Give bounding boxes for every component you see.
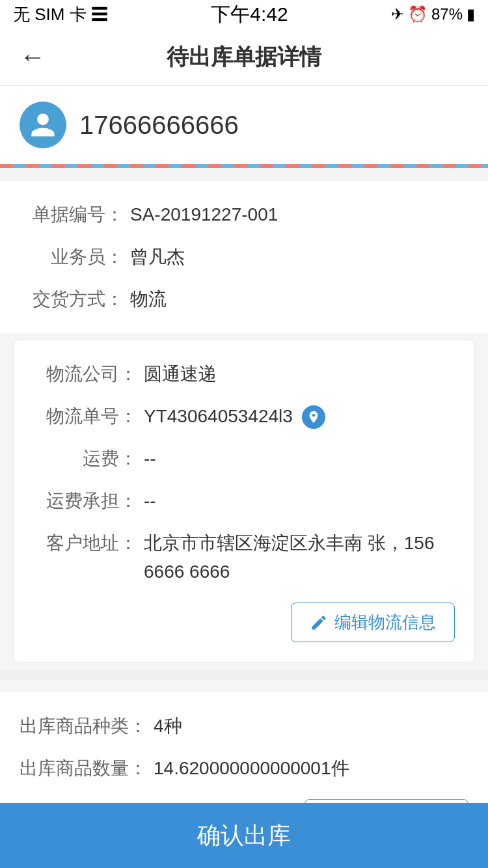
tracking-location-button[interactable] (302, 405, 325, 429)
freight-bearer-row: 运费承担： -- (33, 487, 455, 516)
battery-icon: ▮ (467, 5, 475, 23)
salesperson-label: 业务员： (20, 243, 124, 272)
section-divider (0, 669, 488, 679)
customer-phone: 17666666666 (79, 111, 239, 140)
battery-level: 87% (431, 5, 463, 23)
location-indicator: ✈ (391, 5, 404, 23)
edit-logistics-button[interactable]: 编辑物流信息 (291, 603, 455, 642)
logistics-company-label: 物流公司： (33, 360, 137, 389)
address-row: 客户地址： 北京市市辖区海淀区永丰南 张，156 6666 6666 (33, 529, 455, 588)
status-right: ✈ ⏰ 87% ▮ (391, 5, 475, 23)
salesperson-row: 业务员： 曾凡杰 (20, 243, 468, 272)
logistics-section: 物流公司： 圆通速递 物流单号： YT43064053424l3 运费： -- … (13, 340, 475, 662)
tracking-row: 物流单号： YT43064053424l3 (33, 402, 455, 431)
edit-logistics-label: 编辑物流信息 (334, 611, 436, 634)
customer-header: 17666666666 (0, 86, 488, 164)
salesperson-value: 曾凡杰 (130, 243, 468, 272)
confirm-button-label: 确认出库 (197, 820, 291, 852)
logistics-company-row: 物流公司： 圆通速递 (33, 360, 455, 389)
logistics-company-value: 圆通速递 (144, 360, 455, 389)
status-left: 无 SIM 卡 ☰ (13, 3, 108, 26)
order-number-row: 单据编号： SA-20191227-001 (20, 200, 468, 230)
dashed-separator (0, 164, 488, 168)
page-title: 待出库单据详情 (167, 42, 321, 72)
user-icon (29, 111, 57, 139)
edit-icon (310, 614, 328, 632)
nav-bar: ← 待出库单据详情 (0, 29, 488, 86)
freight-bearer-value: -- (144, 487, 455, 516)
product-quantity-value: 14.620000000000001件 (154, 754, 468, 783)
freight-row: 运费： -- (33, 444, 455, 474)
product-quantity-label: 出库商品数量： (20, 754, 147, 783)
product-quantity-row: 出库商品数量： 14.620000000000001件 (20, 754, 468, 783)
order-info-section: 单据编号： SA-20191227-001 业务员： 曾凡杰 交货方式： 物流 (0, 181, 488, 333)
product-type-value: 4种 (154, 712, 468, 741)
freight-value: -- (144, 444, 455, 474)
product-type-row: 出库商品种类： 4种 (20, 712, 468, 741)
order-number-value: SA-20191227-001 (130, 200, 468, 230)
alarm-indicator: ⏰ (408, 5, 427, 23)
delivery-method-value: 物流 (130, 285, 468, 314)
status-time: 下午4:42 (211, 1, 288, 28)
freight-bearer-label: 运费承担： (33, 487, 137, 516)
delivery-method-row: 交货方式： 物流 (20, 285, 468, 314)
back-button[interactable]: ← (20, 42, 46, 72)
status-bar: 无 SIM 卡 ☰ 下午4:42 ✈ ⏰ 87% ▮ (0, 0, 488, 29)
map-pin-icon (306, 410, 321, 424)
freight-label: 运费： (33, 444, 137, 474)
sim-status: 无 SIM 卡 ☰ (13, 3, 108, 26)
product-type-label: 出库商品种类： (20, 712, 147, 741)
edit-logistics-container: 编辑物流信息 (33, 603, 455, 642)
order-number-label: 单据编号： (20, 200, 124, 230)
address-label: 客户地址： (33, 529, 137, 558)
tracking-label: 物流单号： (33, 402, 137, 431)
address-value: 北京市市辖区海淀区永丰南 张，156 6666 6666 (144, 529, 455, 588)
avatar (20, 102, 66, 148)
confirm-button[interactable]: 确认出库 (0, 803, 488, 868)
delivery-method-label: 交货方式： (20, 285, 124, 314)
tracking-number: YT43064053424l3 (144, 402, 293, 431)
tracking-value: YT43064053424l3 (144, 402, 455, 431)
